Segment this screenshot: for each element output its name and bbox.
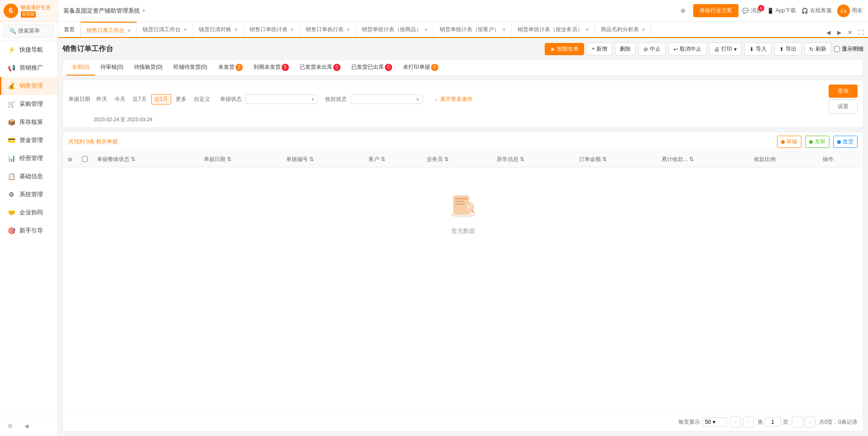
filter-tab-shipped-wh[interactable]: 已发货已出库0 [346,60,398,76]
settings-icon[interactable]: ⚙ [677,5,690,17]
last-page-button[interactable]: » [805,417,815,427]
sidebar-item-quick-nav[interactable]: ⚡ 快捷导航 [0,41,58,59]
ship-button[interactable]: 发货 [833,136,858,148]
message-button[interactable]: 💬 消息 6 [742,7,762,14]
tab-sales-stats[interactable]: 销售订单统计表 ✕ [244,22,300,37]
sidebar-item-guide[interactable]: 🎯 新手引导 [0,222,58,240]
date-option-more[interactable]: 更多 [173,95,189,104]
tab-sales-by-customer[interactable]: 销货单统计表（按客户） ✕ [434,22,512,37]
column-settings-icon[interactable]: ⚙ [67,156,72,163]
query-button[interactable]: 查询 [829,85,858,98]
sort-icon[interactable]: ⇅ [131,156,135,162]
tab-sales-by-product[interactable]: 销货单统计表（按商品） ✕ [356,22,434,37]
col-status: 单据整体状态 ⇅ [92,152,199,167]
tab-sales-by-staff[interactable]: 销货单统计表（按业务员） ✕ [512,22,595,37]
sidebar-item-sales[interactable]: 💰 销售管理 [0,77,58,95]
print-button[interactable]: 🖨 打印 ▾ [709,43,742,56]
export-button[interactable]: ⬆ 导出 [774,43,801,56]
import-button[interactable]: ⬇ 导入 [744,43,772,56]
tab-cash-daily[interactable]: 钱货日清工作台 ✕ [137,22,193,37]
detail-checkbox-input[interactable] [834,46,840,52]
tab-gross-margin[interactable]: 商品毛利分析表 ✕ [595,22,651,37]
first-page-button[interactable]: « [730,417,741,427]
sort-icon[interactable]: ⇅ [381,156,385,162]
tab-sales-order-workbench[interactable]: 销售订单工作台 ✕ [81,22,137,38]
tab-close-icon[interactable]: ✕ [424,27,428,32]
online-service-button[interactable]: 🎧 在线客服 [801,7,832,14]
sidebar-item-system[interactable]: ⚙ 系统管理 [0,185,58,204]
filter-tab-not-printed[interactable]: 未打印单据0 [398,60,444,76]
cancel-stop-button[interactable]: ↩ 取消中止 [668,43,706,56]
refresh-button[interactable]: ↻ 刷新 [804,43,831,56]
sidebar-item-marketing[interactable]: 📢 营销推广 [0,59,58,77]
tab-close-icon[interactable]: ✕ [642,27,645,32]
date-option-1month[interactable]: 近1月 [151,94,172,104]
next-page-button[interactable]: › [792,417,803,427]
sidebar-item-finance[interactable]: 💳 资金管理 [0,131,58,149]
tab-close-icon[interactable]: ✕ [585,27,589,32]
date-option-today[interactable]: 今天 [112,95,128,104]
page-nav-right: › » [792,417,815,427]
smart-create-button[interactable]: ★ 智能生单 [545,43,584,55]
filter-tab-shipped-not-wh[interactable]: 已发货未出库0 [294,60,346,76]
sort-icon[interactable]: ⇅ [444,156,449,162]
guide-icon: 🎯 [7,226,16,235]
tab-maximize-button[interactable]: ⛶ [856,28,865,37]
date-option-custom[interactable]: 自定义 [191,95,213,104]
sort-icon[interactable]: ⇅ [227,156,231,162]
tab-close-icon[interactable]: ✕ [234,27,238,32]
tab-close-current-button[interactable]: ✕ [845,28,854,37]
status-select[interactable]: ▾ [245,95,318,104]
anti-review-button[interactable]: 充审 [805,136,830,148]
filter-tab-pending-review[interactable]: 待审核(0) [95,60,129,76]
filter-tab-all[interactable]: 全部(0) [67,60,95,76]
search-menu-button[interactable]: 🔍 搜索菜单 [4,24,54,38]
tab-close-icon[interactable]: ✕ [127,28,131,33]
tab-scroll-left-button[interactable]: ◀ [824,28,833,37]
sort-icon[interactable]: ⇅ [602,156,607,162]
tab-label: 销售订单执行表 [306,26,344,33]
filter-tab-wangpu[interactable]: 旺铺待发货(0) [168,60,213,76]
date-option-yesterday[interactable]: 昨天 [94,95,110,104]
prev-page-button[interactable]: ‹ [743,417,754,427]
tab-cash-reconciliation[interactable]: 钱货日清对账 ✕ [193,22,244,37]
col-error: 异常信息 ⇅ [492,152,575,167]
add-button[interactable]: + 新增 [587,43,612,56]
sort-icon[interactable]: ⇅ [689,156,694,162]
filter-tab-pending-check[interactable]: 待拣验货(0) [129,60,168,76]
tab-home[interactable]: 首页 [58,22,81,37]
app-download-button[interactable]: 📱 App下载 [767,7,796,14]
sidebar-item-operations[interactable]: 📊 经营管理 [0,149,58,167]
user-menu-button[interactable]: Ea 用友 [837,5,863,17]
review-button[interactable]: 审核 [777,136,801,148]
stop-button[interactable]: ⊘ 中止 [638,43,666,56]
sales-icon: 💰 [7,81,16,90]
date-option-7days[interactable]: 近7天 [130,95,149,104]
show-detail-checkbox[interactable]: 显示明细 [834,45,863,53]
expand-conditions-button[interactable]: ⌄ 展开更多条件 [430,94,476,105]
tab-close-icon[interactable]: ✕ [290,27,294,32]
sort-icon[interactable]: ⇅ [309,156,314,162]
sort-icon[interactable]: ⇅ [520,156,524,162]
tab-sales-exec[interactable]: 销售订单执行表 ✕ [300,22,356,37]
page-size-dropdown[interactable]: 50 ▾ [702,417,727,427]
tab-scroll-right-button[interactable]: ▶ [834,28,844,37]
sidebar-item-base-info[interactable]: 📋 基础信息 [0,167,58,185]
sidebar-item-inventory[interactable]: 📦 库存核算 [0,113,58,131]
sidebar-item-purchase[interactable]: 🛒 采购管理 [0,95,58,113]
tab-close-icon[interactable]: ✕ [502,27,506,32]
sidebar-item-enterprise[interactable]: 🤝 企业协同 [0,204,58,222]
tab-close-icon[interactable]: ✕ [346,27,350,32]
filter-tab-overdue[interactable]: 到期未发货0 [248,60,294,76]
tab-close-icon[interactable]: ✕ [183,27,187,32]
payment-select[interactable]: ▾ [350,95,423,104]
collapse-button[interactable]: ◀ [20,420,33,432]
page-number-input[interactable] [765,417,781,427]
industry-solution-button[interactable]: 体验行业方案 [693,4,739,17]
setting-button[interactable]: 设置 [829,100,858,114]
select-all-checkbox[interactable] [82,156,88,162]
delete-button[interactable]: 删除 [615,43,636,56]
filter-tab-not-shipped[interactable]: 未发货0 [213,60,248,76]
settings-button[interactable]: ⚙ [4,420,16,432]
tab-label: 销售订单工作台 [86,27,125,34]
